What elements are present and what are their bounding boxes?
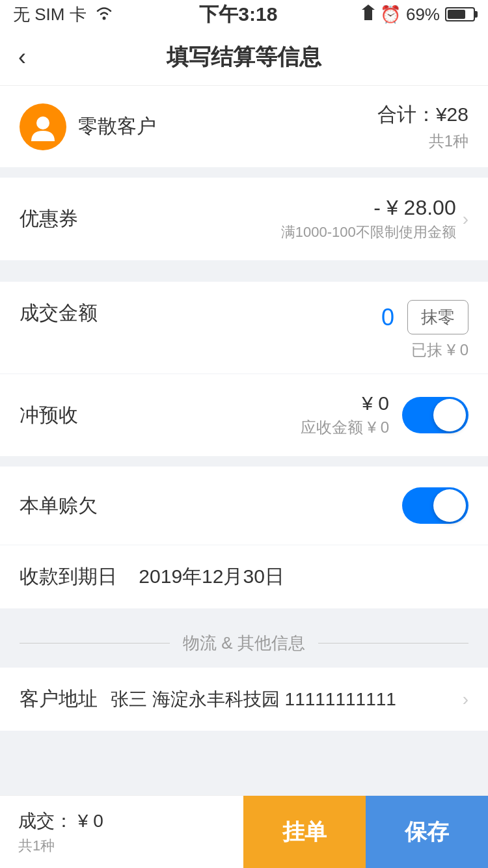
coupon-row[interactable]: 优惠券 - ¥ 28.00 满1000-100不限制使用金额 ›: [0, 178, 488, 261]
customer-name: 零散客户: [78, 113, 156, 140]
customer-count: 共1种: [377, 131, 468, 152]
section-separator-2: [0, 456, 488, 467]
credit-toggle[interactable]: [402, 487, 468, 524]
toggle-knob: [433, 399, 466, 431]
status-bar: 无 SIM 卡 下午3:18 ⏰ 69%: [0, 0, 488, 29]
coupon-amount: - ¥ 28.00 满1000-100不限制使用金额: [281, 196, 456, 242]
content: 零散客户 合计：¥28 共1种 优惠券 - ¥ 28.00 满1000-100不…: [0, 86, 488, 819]
status-right: ⏰ 69%: [362, 5, 475, 25]
pre-collect-toggle[interactable]: [402, 397, 468, 433]
logistics-section: 物流 & 其他信息: [0, 619, 488, 668]
logistics-divider: 物流 & 其他信息: [20, 632, 468, 655]
bottom-count-text: 共1种: [18, 836, 225, 856]
status-left: 无 SIM 卡: [13, 3, 115, 26]
status-time: 下午3:18: [199, 1, 277, 28]
bottom-deal-text: 成交： ¥ 0: [18, 809, 225, 834]
section-separator-1: [0, 271, 488, 282]
transaction-row: 成交金额 0 抹零: [0, 282, 488, 340]
coupon-label: 优惠券: [20, 206, 78, 232]
customer-right: 合计：¥28 共1种: [377, 102, 468, 152]
alarm-icon: ⏰: [380, 5, 401, 25]
transaction-section: 成交金额 0 抹零 已抹 ¥ 0 冲预收 ¥ 0 应收金额 ¥ 0: [0, 282, 488, 456]
pre-collect-amount: ¥ 0: [301, 392, 389, 414]
bottom-bar: 成交： ¥ 0 共1种 挂单 保存: [0, 795, 488, 868]
due-date-text: 收款到期日 2019年12月30日: [20, 565, 284, 587]
wifi-icon: [93, 5, 115, 25]
customer-section: 零散客户 合计：¥28 共1种: [0, 86, 488, 167]
address-value: 张三 海淀永丰科技园 11111111111: [111, 687, 463, 712]
coupon-right: - ¥ 28.00 满1000-100不限制使用金额 ›: [281, 196, 468, 242]
pre-collect-row: 冲预收 ¥ 0 应收金额 ¥ 0: [0, 373, 488, 456]
pre-collect-info: ¥ 0 应收金额 ¥ 0: [301, 392, 389, 438]
credit-row: 本单赊欠: [0, 467, 488, 545]
customer-left: 零散客户: [20, 103, 156, 150]
svg-point-0: [102, 16, 105, 20]
battery-percent: 69%: [406, 5, 440, 25]
coupon-section[interactable]: 优惠券 - ¥ 28.00 满1000-100不限制使用金额 ›: [0, 178, 488, 261]
nav-bar: ‹ 填写结算等信息: [0, 29, 488, 86]
customer-total: 合计：¥28: [377, 102, 468, 128]
location-icon: [362, 5, 375, 25]
transaction-amount: 0: [381, 304, 394, 331]
logistics-label: 物流 & 其他信息: [183, 632, 305, 655]
divider-line-right: [318, 643, 468, 644]
chevron-right-icon: ›: [463, 209, 468, 230]
save-button[interactable]: 保存: [366, 796, 488, 869]
already-rounded-text: 已抹 ¥ 0: [0, 340, 488, 373]
page-title: 填写结算等信息: [167, 42, 321, 72]
svg-point-1: [36, 116, 49, 129]
avatar: [20, 103, 66, 150]
coupon-value: - ¥ 28.00: [281, 196, 456, 220]
coupon-desc: 满1000-100不限制使用金额: [281, 223, 456, 242]
credit-toggle-knob: [433, 489, 466, 522]
credit-label: 本单赊欠: [20, 493, 98, 519]
due-date-row: 收款到期日 2019年12月30日: [0, 545, 488, 608]
divider-line-left: [20, 643, 170, 644]
hang-button[interactable]: 挂单: [243, 796, 366, 869]
bottom-summary: 成交： ¥ 0 共1种: [0, 809, 243, 856]
pre-collect-right: ¥ 0 应收金额 ¥ 0: [301, 392, 468, 438]
address-row[interactable]: 客户地址 张三 海淀永丰科技园 11111111111 ›: [0, 668, 488, 731]
round-zero-button[interactable]: 抹零: [407, 300, 468, 334]
transaction-label: 成交金额: [20, 300, 98, 327]
pre-collect-sub: 应收金额 ¥ 0: [301, 417, 389, 438]
credit-section: 本单赊欠 收款到期日 2019年12月30日: [0, 467, 488, 608]
battery-icon: [445, 7, 475, 21]
pre-collect-label: 冲预收: [20, 402, 78, 429]
address-label: 客户地址: [20, 686, 98, 712]
address-chevron-icon: ›: [463, 689, 468, 710]
transaction-right: 0 抹零: [381, 300, 468, 334]
back-button[interactable]: ‹: [18, 44, 26, 71]
due-date-label: 收款到期日: [20, 565, 117, 587]
due-date-value: 2019年12月30日: [139, 565, 284, 587]
sim-status: 无 SIM 卡: [13, 3, 87, 26]
